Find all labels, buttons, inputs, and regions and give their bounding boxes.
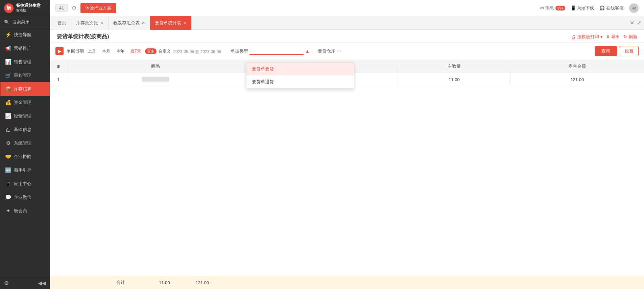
date-filter-group: 单据日期 上月 本月 本年 近7天 更多 自定义 — [66, 48, 171, 55]
dropdown-item-order-return[interactable]: 要货单退货 — [246, 75, 354, 88]
main-area: 41 ⚙ 体验行业方案 ✉ 消息 99+ 📱 App下载 🎧 在线客服 Rit — [50, 0, 644, 289]
message-label: 消息 — [545, 5, 554, 11]
tab-order-summary-close[interactable]: ✕ — [183, 21, 187, 25]
tab-order-summary[interactable]: 要货单统计表 ✕ — [150, 16, 192, 30]
sidebar-item-vip[interactable]: ✦ 畅会员 — [0, 204, 50, 218]
sidebar-settings-icon[interactable]: ⚙ — [4, 280, 9, 286]
print-button[interactable]: 🖨 按模板打印 ▾ — [571, 34, 603, 40]
header-settings-icon[interactable]: ⚙ — [72, 5, 76, 11]
basic-info-label: 基础信息 — [14, 127, 31, 133]
message-badge: 99+ — [555, 6, 565, 10]
date-more-button[interactable]: 更多 — [145, 48, 157, 54]
sidebar-item-guide[interactable]: 🆕 新手引导 — [0, 163, 50, 177]
system-icon: ⚙ — [5, 140, 11, 146]
tab-close-all-icon[interactable]: ✕ — [630, 20, 634, 26]
app-center-label: 应用中心 — [14, 181, 31, 187]
page-content: 要货单统计表(按商品) 🖨 按模板打印 ▾ ⬇ 导出 ↻ 刷新 ▶ — [50, 30, 644, 289]
sidebar: 畅 畅捷通好生意 标准版 🔍 搜索菜单 ⚡ 快捷导航 📢 营销推广 📊 销售管理… — [0, 0, 50, 289]
tab-bar-right: ✕ ⤢ — [630, 20, 644, 26]
filter-bar: ▶ 单据日期 上月 本月 本年 近7天 更多 自定义 2023-05-06 至 … — [50, 43, 644, 60]
sidebar-item-marketing[interactable]: 📢 营销推广 — [0, 42, 50, 55]
refresh-button[interactable]: ↻ 刷新 — [623, 34, 637, 40]
sidebar-item-finance[interactable]: 💰 资金管理 — [0, 96, 50, 109]
type-filter-arrow-icon[interactable]: ▲ — [305, 48, 310, 54]
filter-expand-button[interactable]: ▶ — [55, 47, 64, 55]
date-custom-button[interactable]: 自定义 — [159, 48, 171, 54]
page-title: 要货单统计表(按商品) — [57, 33, 109, 40]
header-left: 41 ⚙ 体验行业方案 — [55, 3, 116, 13]
app-download-icon: 📱 — [571, 5, 576, 10]
logo-icon: 畅 — [4, 3, 14, 13]
tab-expand-icon[interactable]: ⤢ — [637, 20, 641, 26]
type-filter-input[interactable] — [249, 48, 304, 55]
wechat-label: 企业微信 — [14, 194, 31, 200]
sidebar-item-system[interactable]: ⚙ 系统管理 — [0, 136, 50, 150]
col-settings[interactable]: ⚙ — [50, 60, 67, 73]
app-logo: 畅 畅捷通好生意 标准版 — [0, 0, 50, 16]
export-icon: ⬇ — [606, 34, 610, 39]
export-button[interactable]: ⬇ 导出 — [606, 34, 620, 40]
tab-batch-account-close[interactable]: ✕ — [100, 21, 103, 25]
dropdown-item-order-return-label: 要货单退货 — [252, 79, 274, 84]
date-btn-last-7days[interactable]: 近7天 — [128, 48, 143, 55]
settings-row-button[interactable]: 设置 — [620, 46, 639, 56]
search-menu[interactable]: 🔍 搜索菜单 — [0, 16, 50, 28]
total-label: 合计 — [116, 280, 125, 286]
sidebar-item-operations[interactable]: 📈 经营管理 — [0, 109, 50, 123]
type-filter-label: 单据类型 — [231, 48, 248, 54]
message-item[interactable]: ✉ 消息 99+ — [540, 5, 565, 11]
warehouse-filter-group: 要货仓库 ··· — [318, 48, 341, 54]
tab-receive-summary[interactable]: 收发存汇总表 ✕ — [109, 16, 150, 30]
dropdown-item-order-goods-label: 要货单要货 — [252, 66, 274, 71]
table-footer: 合计 11.00 121.00 — [50, 276, 644, 289]
sidebar-item-quick-nav[interactable]: ⚡ 快捷导航 — [0, 28, 50, 42]
query-button[interactable]: 查询 — [595, 46, 617, 56]
tab-batch-account-label: 库存批次账 — [76, 20, 98, 26]
header-right: ✉ 消息 99+ 📱 App下载 🎧 在线客服 Rit — [540, 3, 639, 13]
finance-label: 资金管理 — [14, 99, 31, 106]
logo-version: 标准版 — [16, 8, 41, 13]
warehouse-more-icon[interactable]: ··· — [337, 48, 341, 54]
purchase-label: 采购管理 — [14, 72, 31, 79]
sidebar-item-basic-info[interactable]: 🗂 基础信息 — [0, 123, 50, 136]
sidebar-item-app-center[interactable]: 📱 应用中心 — [0, 177, 50, 191]
date-filter-label: 单据日期 — [66, 48, 84, 54]
tab-home[interactable]: 首页 — [53, 16, 71, 30]
logo-name: 畅捷通好生意 — [16, 3, 41, 8]
sidebar-item-enterprise[interactable]: 🤝 企业协同 — [0, 150, 50, 163]
product-placeholder — [142, 77, 169, 82]
marketing-label: 营销推广 — [14, 45, 31, 51]
app-download-label: App下载 — [577, 5, 594, 11]
page-header-actions: 🖨 按模板打印 ▾ ⬇ 导出 ↻ 刷新 — [571, 34, 637, 40]
vip-icon: ✦ — [5, 208, 11, 214]
purchase-icon: 🛒 — [5, 72, 11, 79]
total-amount: 121.00 — [196, 280, 209, 285]
date-btn-this-month[interactable]: 本月 — [100, 48, 112, 55]
system-label: 系统管理 — [14, 140, 31, 146]
tab-batch-account[interactable]: 库存批次账 ✕ — [71, 16, 109, 30]
date-btn-this-year[interactable]: 本年 — [114, 48, 126, 55]
dropdown-item-order-goods[interactable]: 要货单要货 — [246, 63, 354, 75]
trial-button[interactable]: 体验行业方案 — [80, 3, 116, 13]
sidebar-item-sales[interactable]: 📊 销售管理 — [0, 55, 50, 69]
tab-receive-summary-close[interactable]: ✕ — [142, 21, 145, 25]
tab-bar: 首页 库存批次账 ✕ 收发存汇总表 ✕ 要货单统计表 ✕ ✕ ⤢ — [50, 16, 644, 30]
online-service-item[interactable]: 🎧 在线客服 — [599, 5, 624, 11]
sidebar-item-purchase[interactable]: 🛒 采购管理 — [0, 69, 50, 82]
sidebar-item-wechat[interactable]: 💬 企业微信 — [0, 191, 50, 204]
breadcrumb-number: 41 — [55, 4, 68, 12]
app-center-icon: 📱 — [5, 181, 11, 187]
refresh-icon: ↻ — [623, 34, 627, 39]
total-quantity: 11.00 — [159, 280, 170, 285]
date-btn-last-month[interactable]: 上月 — [86, 48, 98, 55]
user-avatar[interactable]: Rit — [629, 3, 639, 13]
table-container: ⚙ 商品 主计量单位 主数量 零售金额 1 块 11.00 — [50, 60, 644, 276]
sidebar-item-inventory[interactable]: 📦 库存核算 — [0, 82, 50, 96]
operations-label: 经营管理 — [14, 113, 31, 119]
app-download-item[interactable]: 📱 App下载 — [571, 5, 594, 11]
finance-icon: 💰 — [5, 99, 11, 106]
tab-receive-summary-label: 收发存汇总表 — [113, 20, 140, 26]
sidebar-collapse-icon[interactable]: ◀◀ — [38, 280, 46, 286]
top-header: 41 ⚙ 体验行业方案 ✉ 消息 99+ 📱 App下载 🎧 在线客服 Rit — [50, 0, 644, 16]
wechat-icon: 💬 — [5, 194, 11, 200]
